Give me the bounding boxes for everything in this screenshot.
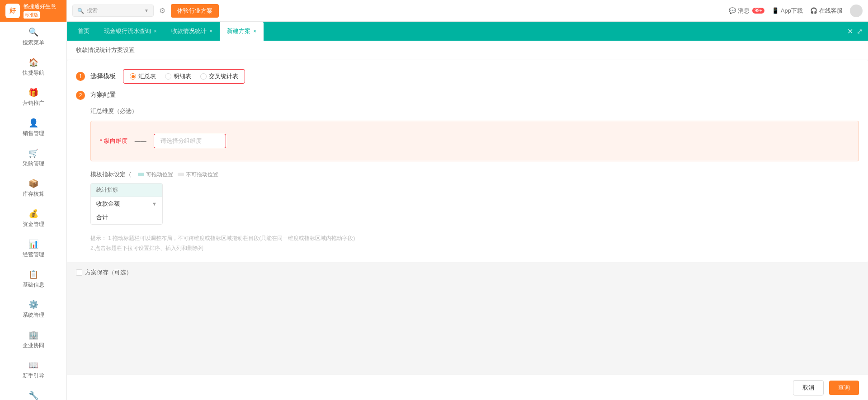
maximize-icon[interactable]: ⤢ bbox=[857, 27, 863, 36]
section-card: 1 选择模板 汇总表 明细表 交叉统计表 bbox=[67, 60, 868, 262]
sidebar-item-marketing[interactable]: 🎁 营销推广 bbox=[0, 82, 66, 113]
sidebar-label-sales: 销售管理 bbox=[23, 130, 44, 137]
legend-drag-label: 可拖动位置 bbox=[146, 171, 173, 179]
radio-detail[interactable]: 明细表 bbox=[165, 72, 191, 80]
sidebar-item-quick-nav[interactable]: 🏠 快捷导航 bbox=[0, 52, 66, 82]
topbar-search-arrow: ▼ bbox=[144, 8, 149, 13]
radio-crosstab-circle bbox=[200, 73, 207, 80]
step2-row: 2 方案配置 bbox=[76, 91, 859, 100]
sidebar: 好 畅捷通好生意 标准版 🔍 搜索菜单 🏠 快捷导航 🎁 营销推广 👤 销售管理… bbox=[0, 0, 67, 400]
finance-icon: 💰 bbox=[28, 209, 38, 219]
step1-badge: 1 bbox=[76, 72, 85, 81]
bottom-bar: 取消 查询 bbox=[67, 375, 868, 400]
step2-badge: 2 bbox=[76, 91, 85, 100]
message-action[interactable]: 💬 消息 99+ bbox=[729, 7, 764, 15]
app-download-action[interactable]: 📱 App下载 bbox=[772, 7, 803, 15]
tip-0: 提示： 1.拖动标题栏可以调整布局，不可跨维度或指标区域拖动栏目段(只能在同一维… bbox=[90, 234, 859, 244]
dimension-arrow-icon: —— bbox=[135, 138, 146, 145]
guide-icon: 📖 bbox=[28, 360, 38, 370]
tab-close-bank[interactable]: × bbox=[154, 28, 157, 34]
legend-nodrag-dot bbox=[178, 173, 184, 176]
message-badge: 99+ bbox=[752, 8, 764, 14]
tab-close-collection-stats[interactable]: × bbox=[209, 28, 212, 34]
tabbar: 首页现金银行流水查询×收款情况统计×新建方案× ✕ ⤢ bbox=[67, 22, 868, 41]
dimension-select[interactable]: 请选择分组维度 bbox=[154, 134, 226, 148]
radio-detail-circle bbox=[165, 73, 171, 80]
metrics-title-part: 模板指标设定（ bbox=[90, 171, 132, 178]
sidebar-item-inventory[interactable]: 📦 库存核算 bbox=[0, 173, 66, 203]
operation-icon: 📊 bbox=[28, 239, 38, 249]
sidebar-item-hardware[interactable]: 🔧 智能硬件 bbox=[0, 385, 66, 400]
query-button[interactable]: 查询 bbox=[829, 381, 859, 395]
legend-nodrag-item: 不可拖动位置 bbox=[178, 171, 218, 179]
service-icon: 🎧 bbox=[810, 7, 817, 14]
sidebar-item-search[interactable]: 🔍 搜索菜单 bbox=[0, 22, 66, 52]
sidebar-label-quick-nav: 快捷导航 bbox=[23, 69, 44, 77]
tab-close-new-plan[interactable]: × bbox=[253, 28, 256, 34]
dimension-title: 汇总维度（必选） bbox=[90, 107, 859, 115]
metrics-table: 统计指标 收款金额 ▼ 合计 bbox=[90, 183, 163, 225]
online-service-label: 在线客服 bbox=[819, 7, 843, 15]
breadcrumb-text: 收款情况统计方案设置 bbox=[76, 47, 135, 53]
window-controls: ✕ ⤢ bbox=[847, 27, 868, 36]
step1-row: 1 选择模板 汇总表 明细表 交叉统计表 bbox=[76, 69, 859, 84]
basic-info-icon: 📋 bbox=[28, 269, 38, 279]
logo-badge: 标准版 bbox=[24, 11, 40, 19]
metrics-row-1-label: 合计 bbox=[96, 213, 157, 221]
sidebar-item-finance[interactable]: 💰 资金管理 bbox=[0, 203, 66, 234]
radio-crosstab[interactable]: 交叉统计表 bbox=[200, 72, 238, 80]
sidebar-label-search: 搜索菜单 bbox=[23, 39, 44, 47]
sidebar-item-purchase[interactable]: 🛒 采购管理 bbox=[0, 143, 66, 173]
topbar-search-box[interactable]: 🔍 搜索 ▼ bbox=[72, 5, 154, 17]
quick-nav-icon: 🏠 bbox=[28, 57, 38, 67]
logo-icon: 好 bbox=[5, 4, 20, 18]
tab-collection-stats[interactable]: 收款情况统计× bbox=[164, 22, 220, 41]
radio-summary[interactable]: 汇总表 bbox=[130, 72, 156, 80]
inventory-icon: 📦 bbox=[28, 179, 38, 188]
metrics-table-header: 统计指标 bbox=[91, 184, 162, 197]
marketing-icon: 🎁 bbox=[28, 88, 38, 98]
enterprise-icon: 🏢 bbox=[28, 330, 38, 340]
tab-label-bank: 现金银行流水查询 bbox=[104, 27, 151, 35]
page-content: 收款情况统计方案设置 1 选择模板 汇总表 明细表 bbox=[67, 41, 868, 375]
sidebar-item-guide[interactable]: 📖 新手引导 bbox=[0, 355, 66, 385]
sidebar-item-operation[interactable]: 📊 经营管理 bbox=[0, 234, 66, 264]
logo-text: 畅捷通好生意 标准版 bbox=[24, 3, 56, 19]
page-footer: 方案保存（可选） bbox=[67, 262, 868, 283]
tab-home[interactable]: 首页 bbox=[71, 22, 97, 41]
dimension-area: * 纵向维度 —— 请选择分组维度 bbox=[90, 121, 859, 161]
cancel-button[interactable]: 取消 bbox=[793, 380, 824, 395]
tab-bank[interactable]: 现金银行流水查询× bbox=[97, 22, 164, 41]
step1-options: 汇总表 明细表 交叉统计表 bbox=[123, 69, 245, 84]
tips-section: 提示： 1.拖动标题栏可以调整布局，不可跨维度或指标区域拖动栏目段(只能在同一维… bbox=[90, 234, 859, 253]
hardware-icon: 🔧 bbox=[28, 391, 38, 400]
sidebar-item-basic-info[interactable]: 📋 基础信息 bbox=[0, 264, 66, 294]
sidebar-label-purchase: 采购管理 bbox=[23, 160, 44, 168]
online-service-action[interactable]: 🎧 在线客服 bbox=[810, 7, 843, 15]
save-checkbox[interactable] bbox=[76, 269, 82, 276]
close-window-icon[interactable]: ✕ bbox=[847, 27, 853, 36]
sidebar-label-finance: 资金管理 bbox=[23, 221, 44, 228]
message-label: 消息 bbox=[738, 7, 750, 15]
sidebar-label-basic-info: 基础信息 bbox=[23, 281, 44, 289]
legend-drag-dot bbox=[138, 173, 144, 176]
search-icon: 🔍 bbox=[28, 27, 38, 37]
sidebar-item-enterprise[interactable]: 🏢 企业协同 bbox=[0, 325, 66, 355]
sidebar-item-sales[interactable]: 👤 销售管理 bbox=[0, 113, 66, 143]
tab-new-plan[interactable]: 新建方案× bbox=[220, 22, 264, 41]
user-avatar[interactable] bbox=[850, 5, 863, 17]
sidebar-label-enterprise: 企业协同 bbox=[23, 342, 44, 349]
radio-crosstab-label: 交叉统计表 bbox=[209, 72, 238, 80]
gear-icon[interactable]: ⚙ bbox=[159, 6, 165, 15]
metrics-row-0-dropdown-icon[interactable]: ▼ bbox=[152, 201, 157, 207]
sidebar-item-sys-mgmt[interactable]: ⚙️ 系统管理 bbox=[0, 294, 66, 325]
metrics-row-0[interactable]: 收款金额 ▼ bbox=[91, 197, 162, 211]
metrics-title-row: 模板指标设定（ 可拖动位置 不可拖动位置 bbox=[90, 170, 859, 179]
dimension-required-label: * 纵向维度 bbox=[100, 137, 127, 145]
tab-label-home: 首页 bbox=[78, 27, 90, 35]
step1-label: 选择模板 bbox=[90, 72, 116, 80]
breadcrumb: 收款情况统计方案设置 bbox=[67, 41, 868, 60]
main-area: 🔍 搜索 ▼ ⚙ 体验行业方案 💬 消息 99+ 📱 App下载 🎧 在线客服 … bbox=[67, 0, 868, 400]
industry-btn[interactable]: 体验行业方案 bbox=[171, 4, 219, 18]
tip-1: 2.点击标题栏下拉可设置排序、插入列和删除列 bbox=[90, 244, 859, 254]
